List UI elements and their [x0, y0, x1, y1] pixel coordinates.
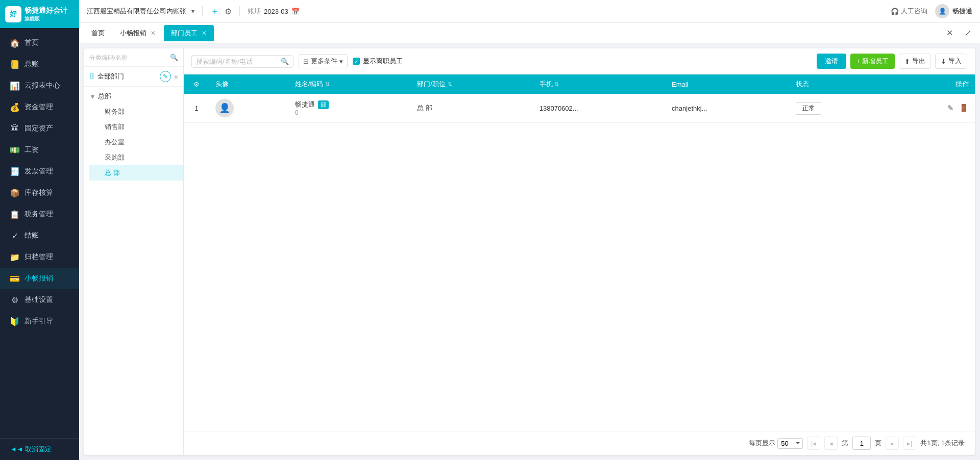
grid-icon: ⠿	[89, 72, 94, 81]
tabbar-actions: ✕ ⤢	[942, 26, 975, 40]
sidebar-item-tax[interactable]: 📋 税务管理	[0, 203, 79, 225]
calendar-icon[interactable]: 📅	[291, 8, 300, 15]
tab-department[interactable]: 部门员工 ✕	[164, 25, 214, 41]
tab-home-label: 首页	[91, 29, 105, 38]
row-name-cell: 畅捷通 部 0	[289, 94, 411, 123]
tab-expense-close[interactable]: ✕	[151, 30, 156, 36]
sidebar-item-expense[interactable]: 💳 小畅报销	[0, 268, 79, 289]
sort-dept-icon[interactable]: ⇅	[448, 81, 452, 87]
first-page-button[interactable]: |◂	[807, 437, 820, 450]
company-name[interactable]: 江西服宝精品有限责任公司内账张	[87, 7, 186, 16]
sidebar-item-home[interactable]: 🏠 首页	[0, 32, 79, 54]
show-resigned-toggle[interactable]: ✓ 显示离职员工	[353, 57, 403, 66]
add-employee-button[interactable]: + 新增员工	[850, 54, 895, 69]
sidebar-item-invoice[interactable]: 🧾 发票管理	[0, 161, 79, 182]
sidebar-item-settings[interactable]: ⚙ 基础设置	[0, 289, 79, 311]
sidebar-item-label: 新手引导	[24, 317, 53, 326]
tab-department-close[interactable]: ✕	[202, 30, 207, 36]
period-label: 账期	[248, 7, 261, 16]
add-company-button[interactable]: ＋	[210, 7, 219, 16]
row-email: chanjethkj...	[666, 94, 789, 123]
chevron-down-icon: ▾	[339, 58, 343, 65]
tax-icon: 📋	[10, 210, 19, 219]
search-icon[interactable]: 🔍	[281, 58, 289, 65]
sort-name-icon[interactable]: ⇅	[325, 81, 330, 87]
tab-home[interactable]: 首页	[84, 25, 112, 41]
row-actions-cell: ✎ 🚪	[888, 94, 975, 123]
th-actions: 操作	[888, 74, 975, 94]
sidebar-item-payroll[interactable]: 💵 工资	[0, 139, 79, 161]
sidebar-item-label: 资金管理	[24, 103, 53, 112]
unpin-button[interactable]: ◄◄ 取消固定	[0, 438, 79, 460]
sort-phone-icon[interactable]: ⇅	[554, 81, 559, 87]
sidebar-item-checkout[interactable]: ✓ 结账	[0, 225, 79, 246]
sidebar-item-label: 发票管理	[24, 167, 53, 176]
company-dropdown-icon[interactable]: ▾	[191, 8, 194, 15]
th-name: 姓名/编码 ⇅	[289, 74, 411, 94]
next-page-button[interactable]: ▸	[886, 437, 899, 450]
th-settings[interactable]: ⚙	[184, 74, 209, 94]
employee-table: ⚙ 头像 姓名/编码 ⇅ 部门/职位 ⇅	[184, 74, 975, 123]
prev-page-button[interactable]: ◂	[824, 437, 838, 450]
search-icon[interactable]: 🔍	[170, 54, 178, 61]
chevron-down-icon: ▼	[89, 93, 96, 100]
sidebar-item-inventory[interactable]: 📦 库存核算	[0, 182, 79, 203]
maximize-tab-button[interactable]: ⤢	[961, 26, 975, 40]
import-icon: ⬇	[941, 58, 946, 65]
emp-name-block: 畅捷通 部	[295, 100, 405, 109]
collapse-icon[interactable]: «	[174, 72, 178, 81]
sidebar-item-label: 库存核算	[24, 188, 53, 197]
dept-group-total: ▼ 总部	[84, 89, 183, 104]
sidebar-item-fixed-assets[interactable]: 🏛 固定资产	[0, 118, 79, 139]
tab-expense[interactable]: 小畅报销 ✕	[113, 25, 163, 41]
sidebar-item-funds[interactable]: 💰 资金管理	[0, 96, 79, 118]
settings-icon[interactable]: ⚙	[225, 7, 232, 16]
username: 畅捷通	[952, 7, 972, 16]
page-input[interactable]	[852, 437, 871, 450]
row-actions: ✎ 🚪	[894, 104, 969, 113]
filter-icon: ⊟	[303, 58, 309, 65]
sidebar-item-label: 归档管理	[24, 252, 53, 262]
emp-search-input[interactable]	[196, 58, 278, 65]
import-button[interactable]: ⬇ 导入	[935, 54, 967, 69]
dept-tree: ▼ 总部 财务部 销售部 办公室 采购部	[84, 87, 183, 455]
dept-item-sales[interactable]: 销售部	[89, 119, 183, 135]
per-page-label: 每页显示	[749, 439, 775, 448]
edit-employee-button[interactable]: ✎	[947, 104, 954, 113]
dept-item-purchase[interactable]: 采购部	[89, 150, 183, 165]
close-tab-button[interactable]: ✕	[942, 26, 957, 40]
support-button[interactable]: 🎧 人工咨询	[891, 7, 927, 16]
dept-item-finance[interactable]: 财务部	[89, 104, 183, 119]
per-page-select[interactable]: 50 10 20 100	[777, 438, 803, 449]
sidebar-item-label: 小畅报销	[24, 274, 53, 283]
sidebar-item-ledger[interactable]: 📒 总账	[0, 54, 79, 75]
sidebar-item-label: 云报表中心	[24, 81, 60, 90]
sidebar-item-reports[interactable]: 📊 云报表中心	[0, 75, 79, 96]
dept-tree-header: ⠿ 全部部门 ✎ «	[84, 67, 183, 87]
dept-header-actions: ✎ «	[160, 71, 178, 82]
filter-button[interactable]: ⊟ 更多条件 ▾	[299, 54, 348, 68]
sidebar-item-label: 首页	[24, 38, 39, 47]
sidebar-item-archive[interactable]: 📁 归档管理	[0, 246, 79, 268]
invoice-icon: 🧾	[10, 167, 19, 176]
content-area: 🔍 ⠿ 全部部门 ✎ « ▼ 总部 财务部	[84, 48, 975, 455]
total-records: 共1页, 1条记录	[920, 439, 965, 448]
archive-icon: 📁	[10, 252, 19, 262]
emp-code: 0	[295, 109, 405, 116]
dept-search-input[interactable]	[89, 54, 167, 61]
export-button[interactable]: ⬆ 导出	[899, 54, 931, 69]
sidebar-item-guide[interactable]: 🔰 新手引导	[0, 311, 79, 332]
avatar: 👤	[935, 4, 949, 18]
user-info[interactable]: 👤 畅捷通	[935, 4, 972, 18]
inventory-icon: 📦	[10, 188, 19, 197]
dept-item-general[interactable]: 总 部	[89, 165, 183, 181]
last-page-button[interactable]: ▸|	[903, 437, 916, 450]
row-dept: 总 部	[411, 94, 533, 123]
invite-button[interactable]: 邀请	[817, 54, 846, 69]
tabbar: 首页 小畅报销 ✕ 部门员工 ✕ ✕ ⤢	[79, 23, 980, 43]
topbar-right: 🎧 人工咨询 👤 畅捷通	[891, 4, 972, 18]
delete-employee-button[interactable]: 🚪	[959, 104, 969, 113]
page-label: 第	[842, 439, 848, 448]
dept-item-office[interactable]: 办公室	[89, 135, 183, 150]
edit-dept-button[interactable]: ✎	[160, 71, 171, 82]
